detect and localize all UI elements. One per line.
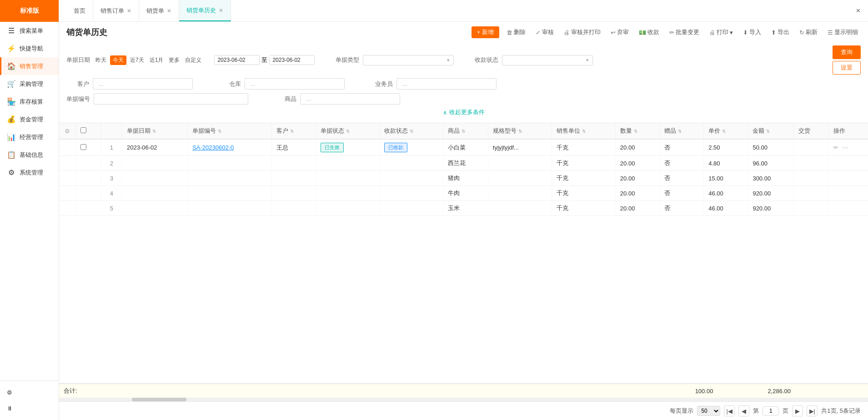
scrollbar-thumb[interactable] — [132, 398, 186, 401]
filter-area: 单据日期 昨天 今天 近7天 近1月 更多 自定义 至 — [59, 41, 868, 123]
topbar-close-btn[interactable]: ✕ — [856, 7, 861, 14]
audit-print-button[interactable]: 🖨 审核并打印 — [561, 27, 603, 38]
date-from-input[interactable] — [214, 55, 260, 65]
date-shortcut-1month[interactable]: 近1月 — [148, 55, 166, 65]
col-spec[interactable]: 规格型号⇅ — [488, 123, 552, 139]
page-size-select[interactable]: 50 100 200 — [697, 406, 720, 416]
print-button[interactable]: 🖨 打印 ▾ — [707, 27, 736, 38]
date-shortcut-more[interactable]: 更多 — [167, 55, 181, 65]
col-trade: 交货 — [793, 123, 828, 139]
row-unit: 千克 — [552, 201, 615, 216]
row-spec — [488, 186, 552, 201]
tab-sales-order-close[interactable]: ✕ — [127, 8, 131, 14]
product-input[interactable]: ... — [300, 93, 400, 105]
col-docstatus[interactable]: 单据状态⇅ — [316, 123, 379, 139]
tab-sales-delivery[interactable]: 销货单 ✕ — [139, 0, 179, 21]
query-button[interactable]: 查询 — [833, 45, 861, 59]
warehouse-ellipsis[interactable]: ... — [251, 80, 256, 87]
export-button[interactable]: ⬆ 导出 — [768, 27, 792, 38]
col-amount[interactable]: 金额⇅ — [748, 123, 793, 139]
row-qty: 20.00 — [615, 171, 659, 186]
salesperson-input[interactable]: ... — [396, 78, 497, 90]
last-page-button[interactable]: ▶| — [807, 405, 818, 416]
new-button[interactable]: + 新增 — [472, 26, 499, 38]
sidebar-item-operations[interactable]: 📊 经营管理 — [0, 128, 59, 146]
sidebar-item-sales[interactable]: 🏠 销售管理 — [0, 57, 59, 75]
docno-input[interactable] — [94, 93, 248, 105]
page-input[interactable] — [763, 406, 779, 415]
col-date[interactable]: 单据日期⇅ — [122, 123, 188, 139]
col-qty[interactable]: 数量⇅ — [615, 123, 659, 139]
settings-button[interactable]: 设置 — [833, 61, 861, 75]
doc-no-link[interactable]: SA-20230602-0 — [192, 144, 234, 151]
salesperson-ellipsis[interactable]: ... — [402, 80, 407, 87]
row-unit: 千克 — [552, 156, 615, 171]
col-gear[interactable]: ⚙ — [59, 123, 75, 139]
edit-action-icon[interactable]: ✏ — [833, 144, 838, 151]
more-action-icon[interactable]: ⋯ — [842, 144, 848, 151]
sidebar-item-purchase[interactable]: 🛒 采购管理 — [0, 75, 59, 93]
col-customer[interactable]: 客户⇅ — [271, 123, 316, 139]
quick-nav-icon: ⚡ — [7, 44, 16, 53]
tab-sales-delivery-close[interactable]: ✕ — [167, 8, 171, 14]
sidebar-item-label: 快捷导航 — [20, 45, 43, 53]
collapse-button[interactable]: ∧ 收起更多条件 — [443, 108, 485, 116]
date-shortcut-today[interactable]: 今天 — [110, 55, 126, 65]
sidebar-item-finance[interactable]: 💰 资金管理 — [0, 110, 59, 128]
date-shortcut-yesterday[interactable]: 昨天 — [94, 55, 108, 65]
sidebar-item-system[interactable]: ⚙ 系统管理 — [0, 164, 59, 181]
batch-change-button[interactable]: ✏ 批量变更 — [667, 27, 702, 38]
prev-page-button[interactable]: ◀ — [738, 405, 749, 416]
sidebar-item-basic[interactable]: 📋 基础信息 — [0, 146, 59, 164]
filter-doctype-item: 单据类型 ▾ — [336, 55, 454, 65]
audit-button[interactable]: ✓ 审核 — [533, 27, 557, 38]
date-shortcut-custom[interactable]: 自定义 — [183, 55, 203, 65]
row-checkbox[interactable] — [80, 144, 86, 150]
filter-row-3: 单据编号 商品 ... — [66, 93, 861, 105]
sidebar-collapse-item[interactable]: ⏸ — [0, 400, 59, 416]
refresh-button[interactable]: ↻ 刷新 — [797, 27, 820, 38]
payment-select[interactable]: ▾ — [502, 55, 593, 65]
show-detail-button[interactable]: ☰ 显示明细 — [825, 27, 861, 38]
sidebar-item-quick-nav[interactable]: ⚡ 快捷导航 — [0, 40, 59, 57]
row-docstatus — [316, 201, 379, 216]
col-product[interactable]: 商品⇅ — [443, 123, 488, 139]
warehouse-input[interactable]: ... — [245, 78, 345, 90]
col-unit[interactable]: 销售单位⇅ — [552, 123, 615, 139]
doctype-select[interactable]: ▾ — [363, 55, 454, 65]
collapse-up-icon: ∧ — [443, 109, 447, 116]
import-button[interactable]: ⬇ 导入 — [740, 27, 764, 38]
delete-button[interactable]: 🗑 删除 — [504, 27, 528, 38]
row-price: 15.00 — [704, 171, 748, 186]
customer-ellipsis[interactable]: ... — [99, 80, 104, 87]
docno-label: 单据编号 — [66, 95, 90, 103]
customer-input[interactable]: ... — [93, 78, 193, 90]
product-ellipsis[interactable]: ... — [306, 95, 311, 102]
col-price[interactable]: 单价⇅ — [704, 123, 748, 139]
sidebar-bottom-item[interactable]: ⚙ — [0, 385, 59, 400]
sort-date-icon: ⇅ — [152, 129, 156, 134]
tab-home[interactable]: 首页 — [66, 0, 93, 21]
sidebar-item-inventory[interactable]: 🏪 库存核算 — [0, 93, 59, 110]
filter-docno-item: 单据编号 — [66, 93, 248, 105]
col-docno[interactable]: 单据编号⇅ — [188, 123, 272, 139]
col-gift[interactable]: 赠品⇅ — [660, 123, 704, 139]
scrollbar-area[interactable] — [59, 398, 868, 401]
next-page-button[interactable]: ▶ — [792, 405, 803, 416]
sidebar-item-search-menu[interactable]: ☰ 搜索菜单 — [0, 22, 59, 40]
date-to-input[interactable] — [269, 55, 315, 65]
table-row: 5 玉米 千克 20.00 否 46.00 920.00 — [59, 201, 868, 216]
date-separator: 至 — [261, 56, 267, 64]
tab-sales-history[interactable]: 销货单历史 ✕ — [179, 0, 231, 21]
date-shortcut-7days[interactable]: 近7天 — [128, 55, 146, 65]
sidebar-item-label: 基础信息 — [20, 151, 43, 159]
select-all-checkbox[interactable] — [80, 127, 86, 133]
basic-icon: 📋 — [7, 150, 16, 159]
collect-button[interactable]: 💵 收款 — [636, 27, 662, 38]
tab-sales-history-close[interactable]: ✕ — [219, 7, 223, 14]
tab-sales-order[interactable]: 销售订单 ✕ — [93, 0, 139, 21]
abandon-button[interactable]: ↩ 弃审 — [608, 27, 632, 38]
col-payment[interactable]: 收款状态⇅ — [379, 123, 443, 139]
refresh-label: 刷新 — [806, 28, 818, 36]
first-page-button[interactable]: |◀ — [724, 405, 735, 416]
